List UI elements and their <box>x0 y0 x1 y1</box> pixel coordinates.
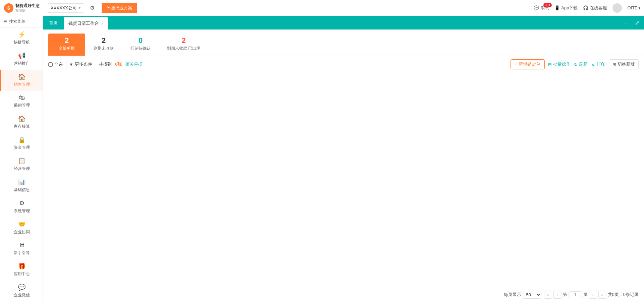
filter-label: 更多条件 <box>75 61 92 67</box>
operations-label: 经营管理 <box>14 166 30 172</box>
add-order-button[interactable]: + 新增销货单 <box>511 59 545 69</box>
switch-icon: ⊞ <box>612 62 616 67</box>
sidebar-item-app-center[interactable]: 🎁 应用中心 <box>0 259 43 280</box>
switch-label: 切换新版 <box>618 61 635 67</box>
next-page-button[interactable]: › <box>589 291 597 299</box>
related-link[interactable]: 相关单据 <box>125 61 143 67</box>
stat-tab-shipped[interactable]: 2 到期未收款 已出库 <box>159 34 208 56</box>
sidebar-item-wechat[interactable]: 💬 企业微信 <box>0 280 43 301</box>
base-info-icon: 📊 <box>18 178 25 186</box>
tab-current[interactable]: 钱货日清工作台 × <box>64 17 108 30</box>
marketing-label: 营销推广 <box>14 61 30 66</box>
print-button[interactable]: 🖨 打印 <box>591 61 605 67</box>
avatar[interactable] <box>612 3 622 13</box>
sidebar-item-purchase[interactable]: 🛍 采购管理 <box>0 91 43 112</box>
stats-tabs: 2 全部单据 2 到期未收款 0 旺辅待确认 2 到期未收款 已出库 <box>43 29 644 56</box>
sidebar-item-quick-nav[interactable]: ⚡ 快捷导航 <box>0 27 43 49</box>
app-center-label: 应用中心 <box>14 271 30 277</box>
base-info-label: 基础信息 <box>14 187 30 193</box>
sidebar-item-system[interactable]: ⚙ 系统管理 <box>0 196 43 217</box>
total-text: 共0页，0条记录 <box>608 292 639 298</box>
tab-expand-button[interactable]: ⤢ <box>633 19 641 27</box>
finance-label: 资金管理 <box>14 145 30 150</box>
pagination-bar: 每页显示 50 10 20 100 « ‹ 第 页 › » 共 <box>43 287 644 302</box>
app-title: 畅捷通好生意 <box>15 3 40 8</box>
stat-tab-all[interactable]: 2 全部单据 <box>48 34 85 56</box>
sidebar-item-inventory[interactable]: 🏠 库存核算 <box>0 112 43 133</box>
batch-icon: ⊞ <box>548 62 552 67</box>
settings-button[interactable]: ⚙ <box>87 3 98 13</box>
logo-text: 畅捷通好生意 标准版 <box>15 3 40 12</box>
filter-button[interactable]: ▼ 更多条件 <box>66 60 95 69</box>
sidebar-item-sales[interactable]: 🏠 销售管理 <box>0 70 43 91</box>
batch-label: 批量操作 <box>553 61 571 67</box>
refresh-button[interactable]: ↻ 刷新 <box>574 61 588 67</box>
sidebar-item-enterprise[interactable]: 🤝 企业协同 <box>0 217 43 238</box>
stat-wangwang-label: 旺辅待确认 <box>130 46 151 51</box>
marketing-icon: 📢 <box>18 52 25 59</box>
app-download-icon: 📱 <box>554 5 560 10</box>
select-all-checkbox[interactable]: 全选 <box>48 61 63 67</box>
per-page-select[interactable]: 50 10 20 100 <box>523 291 541 299</box>
message-button[interactable]: 💬 消息 99+ <box>534 5 549 11</box>
search-menu[interactable]: ☰ 搜索菜单 <box>0 16 43 27</box>
sales-icon: 🏠 <box>18 73 25 80</box>
search-menu-label: 搜索菜单 <box>9 19 25 24</box>
sidebar-item-guide[interactable]: 🖥 新手引导 <box>0 238 43 259</box>
tab-bar-right: — ⤢ <box>622 19 644 27</box>
system-icon: ⚙ <box>19 199 24 207</box>
print-icon: 🖨 <box>591 62 595 67</box>
sidebar: ☰ 搜索菜单 ⚡ 快捷导航 📢 营销推广 🏠 销售管理 🛍 采购管理 🏠 库存核… <box>0 16 43 302</box>
online-service-label: 在线客服 <box>590 5 607 11</box>
prev-page-button[interactable]: ‹ <box>553 291 561 299</box>
online-service-button[interactable]: 🎧 在线客服 <box>583 5 607 11</box>
app-center-icon: 🎁 <box>18 262 25 270</box>
tab-close-icon[interactable]: × <box>101 21 103 25</box>
refresh-label: 刷新 <box>579 61 588 67</box>
found-prefix: 共找到 <box>99 61 112 67</box>
stat-overdue-num: 2 <box>102 36 106 45</box>
sidebar-item-marketing[interactable]: 📢 营销推广 <box>0 49 43 70</box>
wechat-icon: 💬 <box>18 284 25 291</box>
stat-tab-wangwang[interactable]: 0 旺辅待确认 <box>122 34 159 56</box>
select-all-input[interactable] <box>48 62 53 67</box>
sidebar-item-base-info[interactable]: 📊 基础信息 <box>0 175 43 196</box>
online-service-icon: 🎧 <box>583 5 588 10</box>
sidebar-item-operations[interactable]: 📋 经营管理 <box>0 154 43 175</box>
tab-minimize-button[interactable]: — <box>622 19 632 26</box>
stat-shipped-label: 到期未收款 已出库 <box>167 46 200 51</box>
stat-all-num: 2 <box>65 36 69 45</box>
stat-wangwang-num: 0 <box>139 36 143 45</box>
batch-operation-button[interactable]: ⊞ 批量操作 <box>548 61 571 67</box>
stat-all-label: 全部单据 <box>59 46 75 51</box>
stat-tab-overdue[interactable]: 2 到期未收款 <box>85 34 122 56</box>
company-dropdown-arrow: ▾ <box>79 6 80 10</box>
filter-icon: ▼ <box>69 62 73 67</box>
company-name: XXXXXX公司 <box>51 5 77 11</box>
switch-version-button[interactable]: ⊞ 切换新版 <box>609 59 639 69</box>
logo-icon: 6 <box>4 3 13 13</box>
trial-button[interactable]: 体验行业方案 <box>102 3 137 13</box>
page-input[interactable] <box>569 291 582 298</box>
app-download-button[interactable]: 📱 App下载 <box>554 5 578 11</box>
operations-icon: 📋 <box>18 157 25 165</box>
user-name: OfTEn <box>627 5 640 10</box>
first-page-button[interactable]: « <box>544 291 552 299</box>
refresh-icon: ↻ <box>574 62 578 67</box>
message-icon: 💬 <box>534 5 539 10</box>
system-label: 系统管理 <box>14 208 30 214</box>
page-nav: « ‹ 第 页 › » 共0页，0条记录 <box>544 291 639 299</box>
quick-nav-icon: ⚡ <box>18 31 25 38</box>
sidebar-item-finance[interactable]: 🔒 资金管理 <box>0 133 43 154</box>
per-page-label: 每页显示 <box>504 292 521 298</box>
sales-label: 销售管理 <box>14 82 30 87</box>
top-header: 6 畅捷通好生意 标准版 XXXXXX公司 ▾ ⚙ 体验行业方案 💬 消息 99… <box>0 0 644 16</box>
enterprise-icon: 🤝 <box>18 221 25 228</box>
purchase-icon: 🛍 <box>19 94 25 101</box>
tab-home[interactable]: 首页 <box>43 16 64 29</box>
last-page-button[interactable]: » <box>598 291 606 299</box>
page-prefix-label: 第 <box>563 292 567 298</box>
guide-label: 新手引导 <box>14 250 30 256</box>
finance-icon: 🔒 <box>18 136 25 143</box>
company-selector[interactable]: XXXXXX公司 ▾ <box>47 3 84 13</box>
